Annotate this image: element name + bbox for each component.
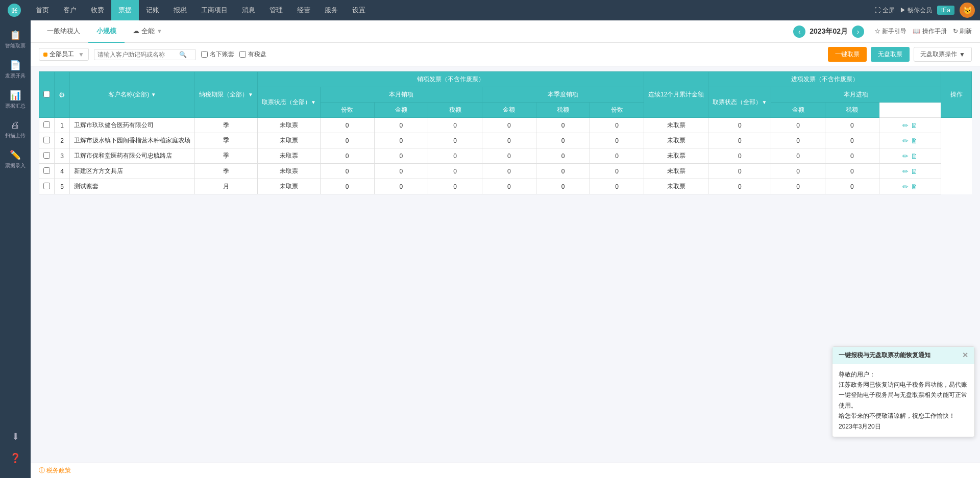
sidebar-item-help[interactable]: ❓ — [2, 448, 29, 468]
sidebar-label-summary: 票据汇总 — [5, 103, 26, 110]
tab-all-label: 全能 — [141, 27, 155, 36]
select-all-checkbox[interactable] — [43, 91, 50, 97]
scan-icon: 🖨 — [11, 120, 20, 131]
tea-badge[interactable]: tEa — [937, 6, 954, 15]
checkbox-taxpad-input[interactable] — [239, 51, 246, 58]
edit-icon-1[interactable]: ✏ — [902, 137, 909, 145]
nav-item-首页[interactable]: 首页 — [29, 0, 56, 20]
row-monthly-sales-count-0: 0 — [320, 118, 374, 133]
row-cumulative-1: 0 — [590, 133, 644, 148]
period-next-btn[interactable]: › — [852, 26, 864, 38]
row-quarterly-sales-amount-2: 0 — [482, 148, 536, 164]
view-icon-1[interactable]: 🗎 — [911, 137, 918, 145]
row-period-2: 季 — [195, 148, 258, 164]
row-cumulative-link-3[interactable]: 0 — [615, 168, 619, 175]
view-icon-2[interactable]: 🗎 — [911, 152, 918, 160]
avatar[interactable]: 🐱 — [960, 3, 975, 18]
nav-item-报税[interactable]: 报税 — [166, 0, 194, 20]
row-quarterly-sales-tax-4: 0 — [536, 179, 590, 194]
row-quarterly-link-4[interactable]: 0 — [507, 183, 511, 190]
notif-close-btn[interactable]: ✕ — [962, 351, 968, 359]
row-cumulative-link-4[interactable]: 0 — [615, 183, 619, 190]
view-icon-3[interactable]: 🗎 — [911, 167, 918, 175]
row-actions-1: ✏ 🗎 — [879, 133, 941, 148]
nav-item-票据[interactable]: 票据 — [111, 0, 139, 20]
sidebar-item-invoice[interactable]: 📄 发票开具 — [2, 56, 29, 84]
row-cumulative-link-2[interactable]: 0 — [615, 153, 619, 160]
th-monthly-sales-tax: 税额 — [428, 103, 482, 118]
row-monthly-purchase-count-0: 0 — [708, 118, 771, 133]
nav-item-消息[interactable]: 消息 — [235, 0, 262, 20]
row-quarterly-link-2[interactable]: 0 — [507, 153, 511, 160]
nav-item-工商项目[interactable]: 工商项目 — [194, 0, 235, 20]
th-client-name: 客户名称(全部) ▼ — [70, 72, 195, 118]
member-btn[interactable]: ▶ 畅你会员 — [900, 6, 932, 15]
diskless-ticket-btn[interactable]: 无盘取票 — [871, 47, 910, 62]
row-quarterly-sales-amount-0: 0 — [482, 118, 536, 133]
row-cb-0[interactable] — [43, 121, 50, 128]
sidebar-item-smart-ticket[interactable]: 📋 智能取票 — [2, 26, 29, 54]
guide-btn[interactable]: ☆ 新手引导 — [874, 27, 906, 36]
edit-icon-3[interactable]: ✏ — [902, 167, 909, 175]
sidebar-item-download[interactable]: ⬇ — [2, 427, 29, 446]
checkbox-taxpad-label: 有税盘 — [248, 50, 266, 59]
row-purchase-status-2: 未取票 — [644, 148, 708, 164]
diskless-operation-btn[interactable]: 无盘取票操作 ▼ — [914, 47, 972, 62]
nav-item-服务[interactable]: 服务 — [317, 0, 345, 20]
sidebar-item-entry[interactable]: ✏️ 票据录入 — [2, 145, 29, 173]
period-prev-btn[interactable]: ‹ — [793, 26, 805, 38]
nav-item-客户[interactable]: 客户 — [56, 0, 84, 20]
edit-icon-2[interactable]: ✏ — [902, 152, 909, 160]
row-quarterly-link-1[interactable]: 0 — [507, 137, 511, 144]
checkbox-account-label: 名下账套 — [210, 50, 234, 59]
row-monthly-purchase-tax-0: 0 — [825, 118, 879, 133]
view-icon-4[interactable]: 🗎 — [911, 183, 918, 191]
row-name-4: 测试账套 — [70, 179, 195, 194]
row-num-4: 5 — [55, 179, 70, 194]
one-click-ticket-btn[interactable]: 一键取票 — [828, 47, 867, 62]
search-icon[interactable]: 🔍 — [179, 51, 187, 58]
settings-icon[interactable]: ⚙ — [59, 91, 65, 99]
row-cb-1[interactable] — [43, 137, 50, 143]
svg-text:账: 账 — [11, 7, 18, 14]
row-name-2: 卫辉市保和堂医药有限公司忠毓路店 — [70, 148, 195, 164]
row-checkbox-1 — [39, 133, 55, 148]
checkbox-account[interactable]: 名下账套 — [201, 50, 234, 59]
view-icon-0[interactable]: 🗎 — [911, 121, 918, 130]
employee-label: 全部员工 — [50, 50, 74, 59]
search-input[interactable] — [97, 51, 179, 58]
nav-item-设置[interactable]: 设置 — [345, 0, 373, 20]
row-cumulative-link-0[interactable]: 0 — [615, 122, 619, 129]
row-purchase-status-3: 未取票 — [644, 164, 708, 179]
row-cumulative-2: 0 — [590, 148, 644, 164]
row-cb-3[interactable] — [43, 167, 50, 174]
tab-small-scale[interactable]: 小规模 — [88, 20, 125, 43]
tab-general-taxpayer[interactable]: 一般纳税人 — [39, 20, 88, 43]
tab-all[interactable]: ☁ 全能 ▼ — [125, 20, 170, 43]
edit-icon-4[interactable]: ✏ — [902, 183, 909, 191]
row-quarterly-link-3[interactable]: 0 — [507, 168, 511, 175]
manual-btn[interactable]: 📖 操作手册 — [913, 27, 946, 36]
row-monthly-purchase-tax-3: 0 — [825, 164, 879, 179]
nav-item-收费[interactable]: 收费 — [84, 0, 111, 20]
sub-tabs: 一般纳税人 小规模 ☁ 全能 ▼ ‹ 2023年02月 › ☆ 新手引导 📖 操… — [31, 20, 980, 43]
row-cb-2[interactable] — [43, 152, 50, 159]
sidebar-item-summary[interactable]: 📊 票据汇总 — [2, 86, 29, 114]
tax-policy-link[interactable]: ⓘ 税务政策 — [39, 466, 71, 475]
row-monthly-sales-amount-0: 0 — [374, 118, 428, 133]
checkbox-taxpad[interactable]: 有税盘 — [239, 50, 266, 59]
checkbox-account-input[interactable] — [201, 51, 208, 58]
row-cumulative-link-1[interactable]: 0 — [615, 137, 619, 144]
edit-icon-0[interactable]: ✏ — [902, 121, 909, 130]
row-quarterly-sales-amount-3: 0 — [482, 164, 536, 179]
row-cb-4[interactable] — [43, 183, 50, 189]
fullscreen-btn[interactable]: ⛶ 全屏 — [874, 6, 894, 15]
nav-item-记账[interactable]: 记账 — [139, 0, 166, 20]
nav-item-经营[interactable]: 经营 — [290, 0, 317, 20]
logo[interactable]: 账 — [5, 1, 23, 19]
nav-item-管理[interactable]: 管理 — [262, 0, 290, 20]
sidebar-item-scan[interactable]: 🖨 扫描上传 — [2, 116, 29, 143]
refresh-btn[interactable]: ↻ 刷新 — [953, 27, 972, 36]
employee-select[interactable]: 全部员工 ▼ — [39, 48, 89, 61]
row-quarterly-link-0[interactable]: 0 — [507, 122, 511, 129]
